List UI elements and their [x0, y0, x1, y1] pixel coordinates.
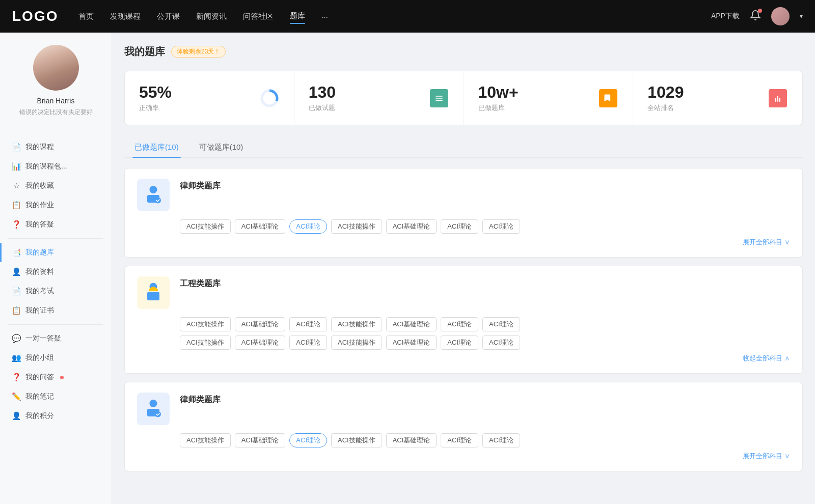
tag-2-6[interactable]: ACI理论 — [441, 317, 478, 331]
tag-2-8[interactable]: ACI技能操作 — [180, 335, 231, 350]
tag-2-10[interactable]: ACI理论 — [289, 335, 327, 350]
badge-red — [60, 376, 64, 379]
collapse-link-2[interactable]: 收起全部科目 ∧ — [137, 354, 790, 363]
sidebar-item-label: 一对一答疑 — [25, 334, 61, 343]
sidebar-item-group[interactable]: 👥 我的小组 — [0, 348, 112, 368]
main-content: 我的题库 体验剩余23天！ 55% 正确率 — [112, 33, 815, 504]
sidebar-item-my-course[interactable]: 📄 我的课程 — [0, 137, 112, 157]
tag-2-4[interactable]: ACI技能操作 — [331, 317, 382, 331]
sidebar-item-label: 我的证书 — [25, 306, 54, 315]
nav-qa[interactable]: 问答社区 — [243, 10, 274, 23]
page-header: 我的题库 体验剩余23天！ — [124, 45, 803, 59]
stat-ranking: 1029 全站排名 — [633, 71, 802, 125]
stat-done-questions: 130 已做试题 — [294, 71, 464, 125]
tags-row-1: ACI技能操作 ACI基础理论 ACI理论 ACI技能操作 ACI基础理论 AC… — [137, 219, 790, 234]
stat-ranking-text: 1029 全站排名 — [647, 83, 759, 113]
question-bank-icon: 📑 — [12, 248, 20, 257]
sidebar-item-label: 我的答疑 — [25, 220, 54, 229]
navbar-right: APP下载 ▾ — [711, 7, 803, 25]
nav-home[interactable]: 首页 — [78, 10, 94, 23]
tag-2-2[interactable]: ACI基础理论 — [235, 317, 286, 331]
tag-2-13[interactable]: ACI理论 — [441, 335, 478, 350]
sidebar-item-label: 我的笔记 — [25, 392, 54, 401]
qbank-card-engineer: 工程类题库 ACI技能操作 ACI基础理论 ACI理论 ACI技能操作 ACI基… — [124, 266, 803, 374]
book-icon — [430, 89, 448, 107]
nav-discover[interactable]: 发现课程 — [110, 10, 141, 23]
tag-3-6[interactable]: ACI理论 — [441, 433, 478, 447]
sidebar-item-label: 我的收藏 — [25, 181, 54, 190]
tab-available-banks[interactable]: 可做题库(10) — [189, 137, 254, 157]
tag-2-9[interactable]: ACI基础理论 — [235, 335, 286, 350]
profile-avatar — [33, 45, 79, 91]
tag-2-3[interactable]: ACI理论 — [289, 317, 327, 331]
profile-name: Brian Harris — [37, 97, 75, 105]
expand-link-3[interactable]: 展开全部科目 ∨ — [137, 452, 790, 461]
tag-1-2[interactable]: ACI基础理论 — [235, 219, 286, 234]
nav-news[interactable]: 新闻资讯 — [196, 10, 227, 23]
tag-3-7[interactable]: ACI理论 — [482, 433, 520, 447]
app-download-button[interactable]: APP下载 — [711, 12, 740, 21]
tag-1-7[interactable]: ACI理论 — [482, 219, 520, 234]
stat-done-banks-value: 10w+ — [478, 83, 590, 101]
sidebar-item-homework[interactable]: 📋 我的作业 — [0, 195, 112, 215]
tag-2-11[interactable]: ACI技能操作 — [331, 335, 382, 350]
tag-2-12[interactable]: ACI基础理论 — [386, 335, 437, 350]
sidebar-divider-2 — [8, 324, 103, 325]
sidebar-item-qa[interactable]: ❓ 我的答疑 — [0, 215, 112, 234]
profile-icon: 👤 — [12, 268, 20, 276]
profile-motto: 错误的决定比没有决定要好 — [19, 108, 93, 117]
tag-1-1[interactable]: ACI技能操作 — [180, 219, 231, 234]
tag-3-1[interactable]: ACI技能操作 — [180, 433, 231, 447]
svg-rect-7 — [149, 289, 158, 291]
page-layout: Brian Harris 错误的决定比没有决定要好 📄 我的课程 📊 我的课程包… — [0, 33, 815, 504]
tag-3-2[interactable]: ACI基础理论 — [235, 433, 286, 447]
nav-opencourse[interactable]: 公开课 — [157, 10, 180, 23]
tab-done-banks[interactable]: 已做题库(10) — [124, 137, 189, 157]
nav-more[interactable]: ··· — [321, 10, 328, 23]
stat-done-questions-label: 已做试题 — [309, 103, 421, 113]
sidebar-item-label: 我的积分 — [25, 411, 54, 421]
user-menu-chevron-icon[interactable]: ▾ — [800, 13, 803, 20]
sidebar-item-label: 我的课程 — [25, 143, 54, 152]
sidebar-item-exam[interactable]: 📄 我的考试 — [0, 282, 112, 301]
stat-done-questions-value: 130 — [309, 83, 421, 101]
tag-3-3[interactable]: ACI理论 — [289, 433, 327, 447]
tag-3-4[interactable]: ACI技能操作 — [331, 433, 382, 447]
svg-point-2 — [150, 186, 157, 193]
stat-done-banks-label: 已做题库 — [478, 103, 590, 113]
qbank-header-3: 律师类题库 — [137, 393, 790, 425]
tag-2-14[interactable]: ACI理论 — [482, 335, 520, 350]
notification-bell-icon[interactable] — [750, 10, 761, 23]
sidebar-profile: Brian Harris 错误的决定比没有决定要好 — [0, 45, 112, 129]
sidebar-item-points[interactable]: 👤 我的积分 — [0, 406, 112, 426]
stat-ranking-label: 全站排名 — [647, 103, 759, 113]
sidebar-item-profile[interactable]: 👤 我的资料 — [0, 262, 112, 282]
tag-1-4[interactable]: ACI技能操作 — [331, 219, 382, 234]
points-icon: 👤 — [12, 412, 20, 420]
tag-1-3[interactable]: ACI理论 — [289, 219, 327, 234]
tag-2-5[interactable]: ACI基础理论 — [386, 317, 437, 331]
sidebar-item-course-package[interactable]: 📊 我的课程包... — [0, 157, 112, 176]
stat-done-banks-icon — [598, 88, 618, 108]
page-title: 我的题库 — [124, 45, 165, 59]
stat-accuracy: 55% 正确率 — [125, 71, 294, 125]
tag-1-5[interactable]: ACI基础理论 — [386, 219, 437, 234]
sidebar-item-certificate[interactable]: 📋 我的证书 — [0, 301, 112, 320]
tag-1-6[interactable]: ACI理论 — [441, 219, 478, 234]
sidebar-item-notes[interactable]: ✏️ 我的笔记 — [0, 387, 112, 406]
tag-2-1[interactable]: ACI技能操作 — [180, 317, 231, 331]
user-avatar-nav[interactable] — [771, 7, 790, 25]
qbank-lawyer-avatar-2 — [137, 393, 170, 425]
sidebar-item-question-bank[interactable]: 📑 我的题库 — [0, 243, 112, 262]
sidebar-divider-1 — [8, 238, 103, 239]
tag-2-7[interactable]: ACI理论 — [482, 317, 520, 331]
sidebar-item-favorites[interactable]: ☆ 我的收藏 — [0, 176, 112, 195]
sidebar-item-label: 我的问答 — [25, 373, 54, 382]
sidebar-item-my-qa[interactable]: ❓ 我的问答 — [0, 368, 112, 387]
tag-3-5[interactable]: ACI基础理论 — [386, 433, 437, 447]
navbar: LOGO 首页 发现课程 公开课 新闻资讯 问答社区 题库 ··· APP下载 … — [0, 0, 815, 33]
sidebar-item-1on1-qa[interactable]: 💬 一对一答疑 — [0, 329, 112, 348]
nav-questionbank[interactable]: 题库 — [290, 9, 305, 24]
tabs-row: 已做题库(10) 可做题库(10) — [124, 137, 803, 158]
expand-link-1[interactable]: 展开全部科目 ∨ — [137, 238, 790, 247]
